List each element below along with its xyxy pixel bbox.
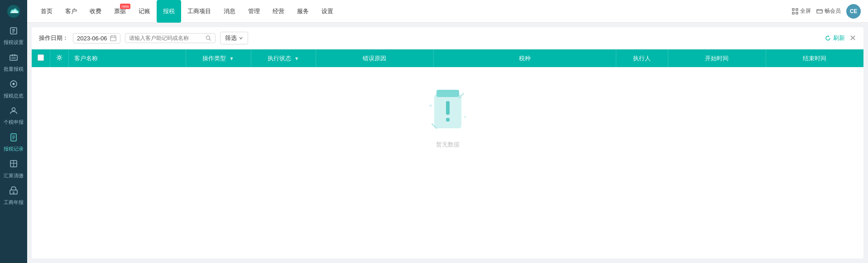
- refresh-button[interactable]: 刷新: [825, 34, 845, 42]
- svg-rect-38: [446, 118, 450, 122]
- th-tax-type: 税种: [433, 49, 616, 67]
- vip-button[interactable]: 畅会员: [816, 7, 841, 15]
- avatar-text: CE: [850, 8, 858, 15]
- baoshuijilu-icon: [9, 133, 18, 145]
- sidebar-item-baoshuijilu[interactable]: 报税记录: [0, 129, 27, 156]
- sidebar-item-geshuishenbao[interactable]: 个税申报: [0, 102, 27, 129]
- new-badge: new: [120, 4, 130, 10]
- svg-rect-21: [13, 191, 14, 194]
- filter-label: 筛选: [225, 34, 237, 42]
- nav-piaoju[interactable]: 票据 new: [108, 0, 132, 23]
- svg-point-34: [58, 57, 60, 59]
- svg-point-11: [13, 83, 15, 85]
- refresh-icon: [825, 35, 831, 41]
- svg-rect-23: [796, 9, 798, 10]
- th-exec-status[interactable]: 执行状态 ▼: [251, 49, 316, 67]
- sidebar-item-baoshuishezhi[interactable]: 报税设置: [0, 23, 27, 49]
- settings-icon: [56, 54, 63, 61]
- table-header-row: 客户名称 操作类型 ▼ 执行状态 ▼ 错误原因: [32, 49, 863, 67]
- nav-homepage[interactable]: 首页: [34, 0, 59, 23]
- sidebar-logo: [0, 0, 27, 23]
- filter-button[interactable]: 筛选: [220, 32, 248, 44]
- search-icon: [206, 35, 211, 41]
- svg-point-41: [429, 104, 432, 107]
- svg-rect-25: [796, 12, 798, 14]
- calendar-icon: [110, 35, 116, 41]
- th-error-reason: 错误原因: [316, 49, 433, 67]
- th-checkbox[interactable]: [32, 49, 50, 67]
- filter-icon: ▼: [229, 56, 234, 61]
- sidebar-item-huisuan[interactable]: 汇算清缴: [0, 156, 27, 182]
- th-settings[interactable]: [50, 49, 68, 67]
- table-wrapper: 客户名称 操作类型 ▼ 执行状态 ▼ 错误原因: [32, 49, 863, 258]
- content: 操作日期： 2023-06-06 筛选 刷新 ✕: [27, 23, 868, 263]
- nav-customer[interactable]: 客户: [59, 0, 83, 23]
- topnav: 首页 客户 收费 票据 new 记账 报税 工商项目 消息: [27, 0, 868, 23]
- data-table: 客户名称 操作类型 ▼ 执行状态 ▼ 错误原因: [32, 49, 863, 67]
- close-button[interactable]: ✕: [849, 34, 856, 42]
- date-label: 操作日期：: [39, 34, 68, 42]
- empty-text: 暂无数据: [436, 141, 460, 149]
- svg-point-42: [464, 116, 466, 118]
- svg-rect-37: [446, 101, 450, 115]
- sidebar-item-baoshuizonglan[interactable]: 报税总览: [0, 76, 27, 102]
- svg-rect-9: [14, 54, 15, 56]
- sidebar-item-label: 批量报税: [4, 66, 24, 72]
- nav-shoufei[interactable]: 收费: [83, 0, 108, 23]
- svg-rect-36: [436, 90, 459, 97]
- empty-state: 暂无数据: [32, 67, 863, 167]
- th-customer-name: 客户名称: [68, 49, 186, 67]
- vip-label: 畅会员: [825, 7, 841, 15]
- nav-xiaoxi[interactable]: 消息: [217, 0, 242, 23]
- avatar[interactable]: CE: [846, 4, 861, 19]
- sidebar-item-label: 报税记录: [4, 146, 24, 152]
- th-start-time: 开始时间: [668, 49, 766, 67]
- fullscreen-button[interactable]: 全屏: [792, 7, 811, 15]
- nav-jingying[interactable]: 经营: [266, 0, 291, 23]
- topnav-right: 全屏 畅会员 CE: [792, 4, 861, 19]
- sidebar: 报税设置 批量报税 报税总览 个税申报 报税记录 汇算清缴 工商: [0, 0, 27, 263]
- svg-rect-27: [110, 36, 116, 41]
- svg-point-12: [12, 108, 15, 111]
- date-value: 2023-06-06: [77, 35, 107, 42]
- svg-point-31: [206, 36, 210, 39]
- search-input[interactable]: [129, 35, 203, 41]
- sidebar-item-label: 汇算清缴: [4, 172, 24, 179]
- baoshuishezhi-icon: [9, 26, 18, 38]
- chevron-down-icon: [239, 36, 243, 40]
- nav-gongshang[interactable]: 工商项目: [181, 0, 217, 23]
- search-box[interactable]: [125, 33, 216, 43]
- fullscreen-label: 全屏: [800, 7, 811, 15]
- main-wrapper: 首页 客户 收费 票据 new 记账 报税 工商项目 消息: [27, 0, 868, 263]
- th-end-time: 结束时间: [766, 49, 863, 67]
- nav-guanli[interactable]: 管理: [242, 0, 266, 23]
- svg-line-32: [209, 39, 211, 40]
- th-operation-type[interactable]: 操作类型 ▼: [186, 49, 251, 67]
- select-all-checkbox[interactable]: [38, 54, 44, 61]
- gongshangnianbu-icon: [9, 186, 18, 198]
- svg-rect-8: [12, 54, 13, 56]
- nav-baoshui[interactable]: 报税: [157, 0, 181, 23]
- topnav-items: 首页 客户 收费 票据 new 记账 报税 工商项目 消息: [34, 0, 792, 23]
- refresh-label: 刷新: [833, 34, 845, 42]
- geshuishenbao-icon: [9, 106, 18, 118]
- toolbar: 操作日期： 2023-06-06 筛选 刷新 ✕: [32, 27, 863, 49]
- piliangbaoshui-icon: [9, 53, 18, 65]
- svg-marker-33: [828, 35, 830, 37]
- sidebar-item-label: 个税申报: [4, 119, 24, 125]
- svg-rect-5: [10, 55, 17, 60]
- svg-rect-22: [792, 9, 794, 10]
- huisuan-icon: [9, 159, 18, 171]
- date-picker[interactable]: 2023-06-06: [73, 33, 120, 44]
- sidebar-item-piliangbaoshui[interactable]: 批量报税: [0, 49, 27, 76]
- nav-fuwu[interactable]: 服务: [291, 0, 315, 23]
- filter-icon: ▼: [294, 56, 299, 61]
- sidebar-item-label: 工商年报: [4, 199, 24, 205]
- empty-icon: [425, 85, 470, 135]
- sidebar-item-label: 报税总览: [4, 93, 24, 99]
- sidebar-item-gongshangnianbu[interactable]: 工商年报: [0, 182, 27, 209]
- nav-jizhang[interactable]: 记账: [132, 0, 157, 23]
- content-panel: 操作日期： 2023-06-06 筛选 刷新 ✕: [32, 27, 863, 258]
- svg-rect-24: [792, 12, 794, 14]
- nav-shezhi[interactable]: 设置: [315, 0, 340, 23]
